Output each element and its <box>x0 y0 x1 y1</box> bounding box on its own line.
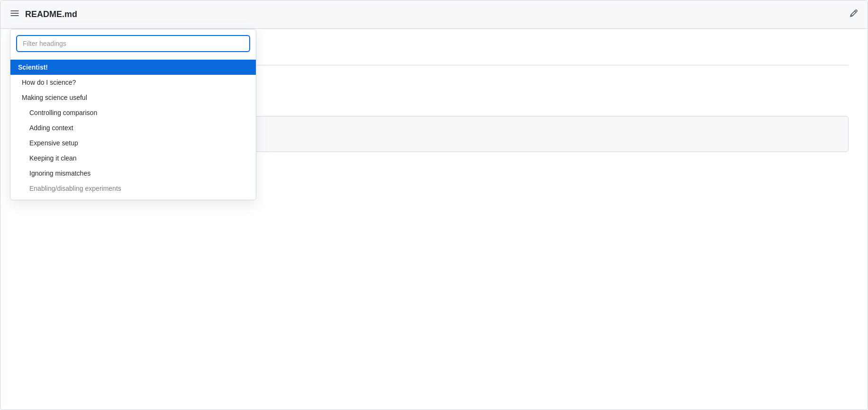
heading-item-enabling-disabling[interactable]: Enabling/disabling experiments <box>10 181 256 196</box>
heading-item-keeping-it-clean[interactable]: Keeping it clean <box>10 151 256 166</box>
header-bar: README.md <box>0 0 868 29</box>
heading-item-ignoring-mismatches[interactable]: Ignoring mismatches <box>10 166 256 181</box>
header-left: README.md <box>10 9 77 20</box>
heading-item-how-do-i-science[interactable]: How do I science? <box>10 75 256 90</box>
heading-item-scientist[interactable]: Scientist! <box>10 60 256 75</box>
page-title: README.md <box>25 9 77 19</box>
edit-icon[interactable] <box>850 9 858 20</box>
content-area: critical paths. CI passing you handle pe… <box>0 29 868 410</box>
heading-item-controlling-comparison[interactable]: Controlling comparison <box>10 105 256 120</box>
heading-item-expensive-setup[interactable]: Expensive setup <box>10 135 256 151</box>
search-input[interactable] <box>16 35 250 52</box>
search-box-container <box>10 29 256 52</box>
headings-list: Scientist! How do I science? Making scie… <box>10 56 256 200</box>
heading-item-making-science-useful[interactable]: Making science useful <box>10 90 256 105</box>
list-icon[interactable] <box>10 9 19 20</box>
heading-item-adding-context[interactable]: Adding context <box>10 120 256 135</box>
main-container: README.md critical paths. CI <box>0 0 868 410</box>
headings-dropdown: Scientist! How do I science? Making scie… <box>10 29 256 200</box>
